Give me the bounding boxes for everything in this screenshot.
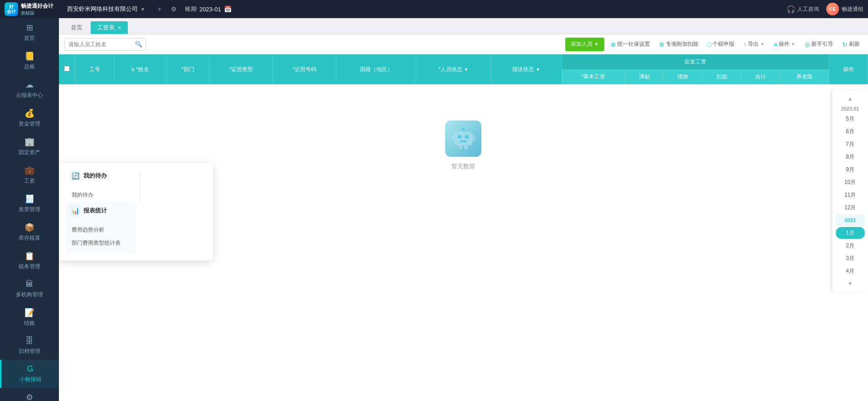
select-all-checkbox[interactable] <box>64 66 70 72</box>
th-name: ⇅ *姓名 <box>114 54 166 84</box>
multi-org-icon: 🏛 <box>25 280 34 289</box>
export-icon: ↑ <box>743 41 747 48</box>
tax-icon: 📋 <box>24 251 34 261</box>
period-value: 2023-01 <box>199 6 221 13</box>
tab-home-label: 首页 <box>71 24 82 32</box>
calendar-up-btn[interactable]: ▲ <box>845 93 856 104</box>
popup-item-dept-cost[interactable]: 部门费用类型统计表 <box>70 237 132 250</box>
tab-close-icon[interactable]: ✕ <box>117 25 121 31</box>
cal-month-10[interactable]: 10月 <box>836 176 865 188</box>
guide-btn[interactable]: ◎ 新手引导 <box>802 39 836 50</box>
top-bar-actions: ＋ ⚙ <box>153 3 180 15</box>
report-icon: 📊 <box>70 205 81 216</box>
cal-month-9[interactable]: 9月 <box>836 164 865 175</box>
archive-icon: 🗄 <box>25 336 34 346</box>
payroll-icon: 💼 <box>24 165 34 175</box>
top-bar: 好会计 畅捷通好会计 旗舰版 西安虾米网络科技有限公司 ▼ ＋ ⚙ 账期 202… <box>0 0 868 18</box>
tax-declaration-btn[interactable]: □ 个税申报 <box>705 39 737 50</box>
cal-month-11[interactable]: 11月 <box>836 189 865 201</box>
period-area: 账期 2023-01 📅 <box>185 5 232 13</box>
sidebar-item-basic-settings[interactable]: ⚙ 基础设置 <box>0 388 59 401</box>
svg-rect-9 <box>464 145 468 149</box>
th-performance: 绩效 <box>664 69 702 84</box>
cal-month-4[interactable]: 4月 <box>836 265 865 277</box>
settings-icon: ⚙ <box>26 392 33 401</box>
popup-item-pending[interactable]: 我的待办 <box>70 188 132 202</box>
sidebar-item-home[interactable]: ⊞ 首页 <box>0 18 59 47</box>
add-icon[interactable]: ＋ <box>153 3 166 15</box>
sidebar-label-fund: 资金管理 <box>19 120 40 128</box>
sidebar-item-settlement[interactable]: 📝 结账 <box>0 303 59 332</box>
sidebar-item-cloud-report[interactable]: ☁ 云报表中心 <box>0 75 59 104</box>
th-pension: 养老险 <box>780 69 829 84</box>
logo-icon: 好会计 <box>5 2 18 16</box>
sidebar-item-ledger[interactable]: 📒 总账 <box>0 47 59 75</box>
svg-rect-0 <box>454 132 472 145</box>
user-area[interactable]: CE 畅捷通组 <box>826 3 863 15</box>
sidebar-item-invoice[interactable]: 🧾 发票管理 <box>0 189 59 218</box>
search-icon: 🔍 <box>135 41 142 48</box>
add-person-label: 添加人员 <box>571 40 592 48</box>
empty-text: 暂无数据 <box>451 162 475 170</box>
special-deduction-icon: ⊕ <box>659 41 664 48</box>
th-base-salary: *基本工资 <box>562 69 625 84</box>
pending-icon: 🔄 <box>70 170 81 181</box>
cal-month-8[interactable]: 8月 <box>836 151 865 163</box>
fund-icon: 💰 <box>24 108 34 118</box>
popup-right-header: 📊 报表统计 <box>70 205 132 219</box>
support-button[interactable]: 🎧 人工咨询 <box>786 5 819 14</box>
social-security-icon: ⊕ <box>611 41 616 48</box>
operations-icon: ≡ <box>774 41 777 48</box>
svg-rect-2 <box>465 135 469 139</box>
special-deduction-btn[interactable]: ⊕ 专项附加扣除 <box>656 39 701 50</box>
sidebar-label-payroll: 工资 <box>24 177 35 185</box>
tab-home[interactable]: 首页 <box>64 21 89 34</box>
guide-label: 新手引导 <box>811 40 833 48</box>
cal-month-6[interactable]: 6月 <box>836 126 865 137</box>
calendar-down-btn[interactable]: ▼ <box>845 278 856 289</box>
th-total: 合计 <box>741 69 780 84</box>
th-should-pay: 应发工资 <box>562 54 829 69</box>
cal-month-2[interactable]: 2月 <box>836 240 865 251</box>
settings-icon[interactable]: ⚙ <box>168 3 180 15</box>
sidebar-item-tax[interactable]: 📋 税务管理 <box>0 246 59 275</box>
empty-robot-icon <box>445 121 481 157</box>
add-person-chevron-icon: ▼ <box>594 42 599 47</box>
sidebar-label-archive: 归档管理 <box>19 348 40 355</box>
th-ops: 操作 <box>829 54 868 84</box>
svg-rect-6 <box>451 135 454 141</box>
sidebar-item-fixed-assets[interactable]: 🏢 固定资产 <box>0 132 59 161</box>
tab-payroll[interactable]: 工资表 ✕ <box>91 21 128 34</box>
refresh-btn[interactable]: ↻ 刷新 <box>839 39 863 50</box>
cal-month-1[interactable]: 1月 <box>836 227 865 239</box>
search-input[interactable] <box>64 38 146 51</box>
cloud-icon: ☁ <box>25 80 34 90</box>
sidebar-item-payroll[interactable]: 💼 工资 <box>0 161 59 189</box>
sidebar-label-home: 首页 <box>24 34 35 42</box>
calendar-icon[interactable]: 📅 <box>224 5 232 13</box>
report-filter-icon[interactable]: ▼ <box>536 67 540 72</box>
sidebar-item-archive[interactable]: 🗄 归档管理 <box>0 332 59 360</box>
export-btn[interactable]: ↑ 导出 ▼ <box>741 39 767 50</box>
company-selector[interactable]: 西安虾米网络科技有限公司 ▼ <box>63 3 149 15</box>
sidebar-item-xiaochang[interactable]: G 小畅报销 <box>0 360 59 388</box>
sidebar-item-multi-org[interactable]: 🏛 多机构管理 <box>0 275 59 303</box>
sidebar-item-inventory[interactable]: 📦 库存核算 <box>0 218 59 246</box>
cal-month-7[interactable]: 7月 <box>836 138 865 150</box>
filter-icon[interactable]: ▼ <box>464 67 468 72</box>
cal-month-12[interactable]: 12月 <box>836 202 865 213</box>
guide-toolbar-icon: ◎ <box>805 41 810 48</box>
operations-btn[interactable]: ≡ 操作 ▼ <box>771 39 798 50</box>
th-report-status: 报送状态 ▼ <box>491 54 562 84</box>
sidebar-item-fund[interactable]: 💰 资金管理 <box>0 104 59 132</box>
logo-area: 好会计 畅捷通好会计 旗舰版 <box>5 2 63 16</box>
settlement-icon: 📝 <box>24 308 34 318</box>
cal-month-3[interactable]: 3月 <box>836 252 865 264</box>
add-person-button[interactable]: 添加人员 ▼ <box>565 38 604 51</box>
cal-month-5[interactable]: 5月 <box>836 113 865 125</box>
tax-decl-icon: □ <box>708 41 711 48</box>
calendar-year-header: 2023.01 <box>841 105 859 112</box>
popup-item-cost-trend[interactable]: 费用趋势分析 <box>70 223 132 237</box>
ledger-icon: 📒 <box>24 51 34 61</box>
social-security-btn[interactable]: ⊕ 统一社保设置 <box>608 39 653 50</box>
